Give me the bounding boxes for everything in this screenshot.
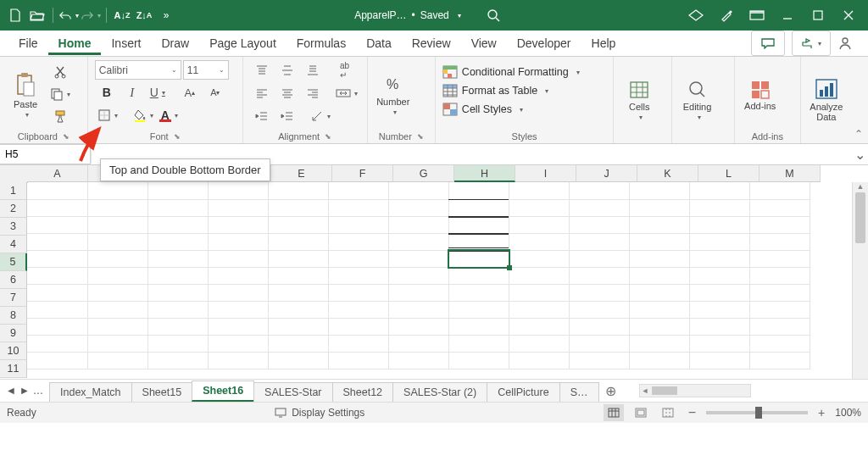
cell[interactable] xyxy=(569,335,630,353)
column-header[interactable]: A xyxy=(27,165,88,182)
menu-developer[interactable]: Developer xyxy=(507,31,581,55)
bold-button[interactable]: B xyxy=(95,82,119,103)
align-middle-icon[interactable] xyxy=(275,60,299,81)
undo-icon[interactable]: ▾ xyxy=(58,5,79,25)
cell[interactable] xyxy=(208,216,269,234)
cell[interactable] xyxy=(689,284,750,302)
cell[interactable] xyxy=(328,233,389,251)
collapse-ribbon-icon[interactable]: ⌃ xyxy=(854,128,863,140)
maximize-icon[interactable] xyxy=(804,3,832,27)
cell[interactable] xyxy=(509,182,570,200)
cell[interactable] xyxy=(208,233,269,251)
cell[interactable] xyxy=(147,216,209,234)
cell[interactable] xyxy=(448,250,509,268)
cell[interactable] xyxy=(27,199,88,217)
select-all-corner[interactable] xyxy=(0,165,28,183)
row-header[interactable]: 5 xyxy=(0,253,27,271)
cell[interactable] xyxy=(87,335,148,353)
cell[interactable] xyxy=(268,216,329,234)
cell[interactable] xyxy=(749,216,810,234)
cell[interactable] xyxy=(569,233,630,251)
cell[interactable] xyxy=(749,233,810,251)
cell[interactable] xyxy=(448,301,509,319)
cell[interactable] xyxy=(448,284,509,302)
page-layout-view-icon[interactable] xyxy=(631,404,651,421)
new-sheet-button[interactable]: ⊕ xyxy=(598,383,623,399)
cell[interactable] xyxy=(268,233,329,251)
cell[interactable] xyxy=(87,182,148,200)
cell[interactable] xyxy=(749,182,810,200)
cell[interactable] xyxy=(87,216,148,234)
cell[interactable] xyxy=(268,182,329,200)
cell[interactable] xyxy=(147,352,209,369)
cell[interactable] xyxy=(27,250,88,268)
sort-asc-icon[interactable]: A↓Z xyxy=(112,5,132,25)
cell[interactable] xyxy=(569,301,630,319)
sheet-tab[interactable]: Sheet16 xyxy=(192,380,254,402)
increase-indent-icon[interactable] xyxy=(275,106,299,126)
cell[interactable] xyxy=(569,352,630,369)
cell[interactable] xyxy=(509,267,570,285)
cell[interactable] xyxy=(509,233,570,251)
menu-view[interactable]: View xyxy=(461,31,507,55)
font-color-button[interactable]: A▾ xyxy=(158,105,181,125)
cell[interactable] xyxy=(448,335,509,353)
cell[interactable] xyxy=(27,267,88,285)
account-icon[interactable] xyxy=(837,36,860,51)
cell[interactable] xyxy=(629,318,690,336)
cell[interactable] xyxy=(689,267,750,285)
menu-insert[interactable]: Insert xyxy=(101,31,151,55)
page-break-view-icon[interactable] xyxy=(658,404,678,421)
cell[interactable] xyxy=(328,216,389,234)
format-as-table-button[interactable]: Format as Table▾ xyxy=(442,82,606,99)
menu-draw[interactable]: Draw xyxy=(151,31,199,55)
designer-icon[interactable] xyxy=(712,3,741,27)
cell[interactable] xyxy=(208,250,269,268)
cell[interactable] xyxy=(388,199,449,217)
cell[interactable] xyxy=(208,301,269,319)
premium-icon[interactable] xyxy=(682,3,710,27)
cells-button[interactable]: Cells▾ xyxy=(620,60,658,140)
decrease-font-icon[interactable]: A▾ xyxy=(203,82,227,103)
cell[interactable] xyxy=(268,199,329,217)
column-header[interactable]: F xyxy=(332,165,393,182)
font-size-select[interactable]: 11⌄ xyxy=(183,60,229,80)
align-bottom-icon[interactable] xyxy=(301,60,325,81)
menu-review[interactable]: Review xyxy=(402,31,461,55)
number-format-button[interactable]: % Number▾ xyxy=(375,60,412,130)
merge-center-icon[interactable]: ▾ xyxy=(333,83,360,103)
column-header[interactable]: M xyxy=(760,165,821,182)
cell[interactable] xyxy=(509,284,570,302)
wrap-text-icon[interactable]: ab↵ xyxy=(333,60,357,81)
cell[interactable] xyxy=(509,352,570,369)
cell[interactable] xyxy=(388,352,449,369)
cell[interactable] xyxy=(328,352,389,369)
cell[interactable] xyxy=(147,250,209,268)
cell-styles-button[interactable]: Cell Styles▾ xyxy=(442,101,606,118)
cell[interactable] xyxy=(569,216,630,234)
cell[interactable] xyxy=(27,216,88,234)
editing-button[interactable]: Editing▾ xyxy=(679,60,716,140)
cell[interactable] xyxy=(87,267,148,285)
cell[interactable] xyxy=(689,352,750,369)
cell[interactable] xyxy=(268,335,329,353)
cell[interactable] xyxy=(147,284,209,302)
cell[interactable] xyxy=(629,250,690,268)
column-header[interactable]: E xyxy=(271,165,332,182)
format-painter-icon[interactable] xyxy=(47,106,73,126)
row-header[interactable]: 3 xyxy=(0,218,27,236)
decrease-indent-icon[interactable] xyxy=(250,106,274,126)
search-icon[interactable] xyxy=(483,5,504,25)
cell[interactable] xyxy=(689,233,750,251)
spreadsheet-grid[interactable]: ABCDEFGHIJKLM 1234567891011 ▲ xyxy=(0,165,868,379)
cell[interactable] xyxy=(208,182,269,200)
cell[interactable] xyxy=(268,301,329,319)
column-header[interactable]: K xyxy=(637,165,698,182)
row-header[interactable]: 4 xyxy=(0,236,27,253)
cell[interactable] xyxy=(629,267,690,285)
cell[interactable] xyxy=(629,182,690,200)
cell[interactable] xyxy=(689,301,750,319)
row-header[interactable]: 1 xyxy=(0,182,27,200)
cell[interactable] xyxy=(509,216,570,234)
cell[interactable] xyxy=(388,267,449,285)
